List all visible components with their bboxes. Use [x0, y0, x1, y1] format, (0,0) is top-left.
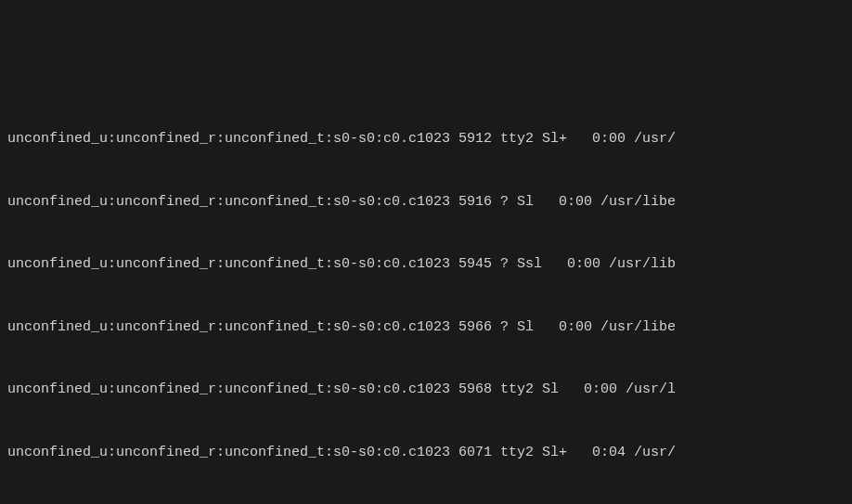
- process-line: unconfined_u:unconfined_r:unconfined_t:s…: [7, 317, 845, 339]
- process-line: unconfined_u:unconfined_r:unconfined_t:s…: [7, 129, 845, 150]
- process-line: unconfined_u:unconfined_r:unconfined_t:s…: [7, 192, 845, 213]
- process-line: unconfined_u:unconfined_r:unconfined_t:s…: [7, 443, 845, 464]
- process-line: unconfined_u:unconfined_r:unconfined_t:s…: [7, 380, 845, 401]
- terminal-output[interactable]: unconfined_u:unconfined_r:unconfined_t:s…: [0, 84, 852, 504]
- process-line: unconfined_u:unconfined_r:unconfined_t:s…: [7, 254, 845, 276]
